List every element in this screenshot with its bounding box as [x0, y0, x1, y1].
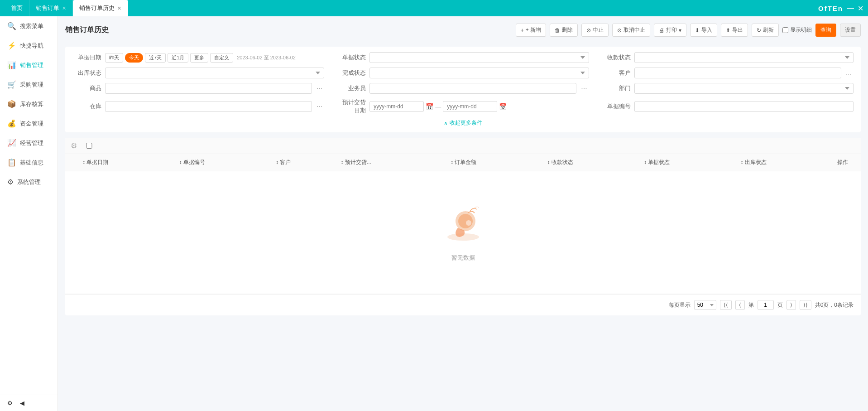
date-range-text: 2023-06-02 至 2023-06-02	[237, 54, 296, 61]
query-button[interactable]: 查询	[815, 24, 836, 37]
sidebar-item-inventory[interactable]: 📦 库存核算	[0, 94, 58, 114]
operations-icon: 📈	[7, 139, 16, 147]
purchase-icon: 🛒	[7, 80, 16, 89]
data-table: ↕ 单据日期 ↕ 单据编号 ↕ 客户 ↕ 预计交货... ↕ 订单金额	[65, 154, 861, 294]
prev-page-btn[interactable]: ⟨	[735, 300, 745, 310]
delete-label: 删除	[562, 26, 573, 34]
date-btn-more[interactable]: 更多	[190, 53, 208, 63]
th-no-label: ↕ 单据编号	[179, 159, 205, 165]
page-size-select[interactable]: 20 50 100 200	[694, 300, 716, 310]
delivery-date-to[interactable]	[443, 101, 497, 112]
calendar-to-icon[interactable]: 📅	[499, 103, 507, 110]
calendar-from-icon[interactable]: 📅	[426, 103, 433, 110]
sidebar-item-quick-nav[interactable]: ⚡ 快捷导航	[0, 36, 58, 55]
page-label-prefix: 第	[748, 301, 754, 309]
sidebar-item-purchase[interactable]: 🛒 采购管理	[0, 75, 58, 94]
close-btn[interactable]: ✕	[858, 4, 863, 13]
sidebar-item-basics-label: 基础信息	[20, 159, 43, 167]
goods-dots[interactable]: ···	[315, 84, 324, 92]
tab-sales-order-history[interactable]: 销售订单历史 ✕	[73, 0, 128, 16]
table-settings-icon[interactable]: ⚙	[71, 141, 77, 150]
tab-sales-order[interactable]: 销售订单 ✕	[29, 0, 73, 16]
last-page-btn[interactable]: ⟩⟩	[800, 300, 811, 310]
complete-status-label: 完成状态	[337, 69, 366, 77]
settings-button[interactable]: 设置	[840, 24, 861, 37]
delete-icon: 🗑	[555, 27, 560, 34]
customer-input[interactable]	[634, 68, 841, 78]
dept-select[interactable]	[634, 83, 854, 94]
out-status-select[interactable]	[105, 68, 324, 78]
print-button[interactable]: 🖨 打印 ▾	[654, 24, 686, 37]
new-button[interactable]: + + 新增	[516, 24, 546, 37]
page-input[interactable]	[758, 300, 774, 310]
stop-button[interactable]: ⊘ 中止	[581, 24, 609, 37]
th-out-status-label: ↕ 出库状态	[740, 159, 766, 165]
th-amount: ↕ 订单金额	[447, 154, 543, 171]
sidebar-item-basics[interactable]: 📋 基础信息	[0, 153, 58, 172]
delivery-date-from[interactable]	[369, 101, 424, 112]
select-all-checkbox[interactable]	[82, 143, 96, 149]
date-btn-7days[interactable]: 近7天	[145, 53, 166, 63]
cancel-stop-button[interactable]: ⊘ 取消中止	[612, 24, 650, 37]
warehouse-input[interactable]	[105, 101, 312, 112]
out-status-filter-field	[105, 68, 324, 78]
date-btn-yesterday[interactable]: 昨天	[105, 53, 123, 63]
top-bar: 首页 销售订单 ✕ 销售订单历史 ✕ OfTEn — ✕	[0, 0, 868, 16]
date-btn-1month[interactable]: 近1月	[168, 53, 188, 63]
sidebar-collapse-icon[interactable]: ◀	[20, 400, 24, 406]
tab-sales-order-close[interactable]: ✕	[62, 5, 66, 11]
complete-status-filter-field	[369, 68, 589, 78]
sidebar-item-sales[interactable]: 📊 销售管理	[0, 55, 58, 75]
tab-home[interactable]: 首页	[5, 0, 29, 16]
filter-row-2: 出库状态 完成状态 客户 ...	[72, 68, 854, 78]
delete-button[interactable]: 🗑 删除	[550, 24, 578, 37]
sidebar-item-operations[interactable]: 📈 经营管理	[0, 133, 58, 153]
tab-sales-order-history-label: 销售订单历史	[79, 4, 115, 12]
pay-status-select[interactable]	[634, 52, 854, 63]
customer-dots[interactable]: ...	[844, 69, 854, 77]
collapse-label: 收起更多条件	[450, 119, 482, 127]
order-no-filter-field	[634, 101, 854, 112]
refresh-button[interactable]: ↻ 刷新	[752, 24, 779, 37]
page-size-label: 每页显示	[669, 301, 691, 309]
warehouse-dots[interactable]: ···	[315, 102, 324, 111]
date-btn-today[interactable]: 今天	[125, 53, 143, 63]
sidebar-item-finance[interactable]: 💰 资金管理	[0, 114, 58, 133]
th-pay-status: ↕ 收款状态	[544, 154, 640, 171]
goods-filter-field: ···	[105, 83, 324, 94]
salesman-dots[interactable]: ···	[579, 84, 589, 92]
th-no: ↕ 单据编号	[175, 154, 272, 171]
sidebar-item-inventory-label: 库存核算	[20, 100, 43, 108]
tab-sales-order-history-close[interactable]: ✕	[117, 5, 121, 11]
import-button[interactable]: ⬇ 导入	[690, 24, 717, 37]
date-btn-custom[interactable]: 自定义	[210, 53, 233, 63]
search-menu-icon: 🔍	[7, 22, 16, 30]
refresh-icon: ↻	[757, 27, 761, 34]
sidebar-item-system[interactable]: ⚙ 系统管理	[0, 172, 58, 192]
warehouse-filter-field: ···	[105, 101, 324, 112]
complete-status-select[interactable]	[369, 68, 589, 78]
first-page-btn[interactable]: ⟨⟨	[720, 300, 732, 310]
sidebar-item-search[interactable]: 🔍 搜索菜单	[0, 16, 58, 36]
export-button[interactable]: ⬆ 导出	[721, 24, 748, 37]
status-select[interactable]	[369, 52, 589, 63]
page-label-suffix: 页	[777, 301, 783, 309]
display-details-label: 显示明细	[790, 26, 812, 34]
salesman-input[interactable]	[369, 83, 576, 94]
sidebar-item-finance-label: 资金管理	[20, 120, 43, 128]
date-label: 单据日期	[72, 53, 101, 62]
minimize-btn[interactable]: —	[847, 4, 854, 12]
collapse-link[interactable]: ∧ 收起更多条件	[72, 119, 854, 127]
display-details-checkbox[interactable]	[782, 27, 788, 33]
import-icon: ⬇	[695, 27, 700, 34]
th-pay-status-label: ↕ 收款状态	[547, 159, 573, 165]
goods-input[interactable]	[105, 83, 312, 94]
empty-state-cell: 暂无数据	[65, 171, 861, 294]
print-label: 打印	[666, 26, 677, 34]
sidebar-settings-icon[interactable]: ⚙	[7, 400, 13, 406]
cancel-stop-icon: ⊘	[617, 27, 622, 34]
next-page-btn[interactable]: ⟩	[786, 300, 796, 310]
export-label: 导出	[732, 26, 743, 34]
pagination: 每页显示 20 50 100 200 ⟨⟨ ⟨ 第 页 ⟩ ⟩⟩ 共0页，0条记…	[65, 294, 861, 315]
order-no-input[interactable]	[634, 101, 854, 112]
